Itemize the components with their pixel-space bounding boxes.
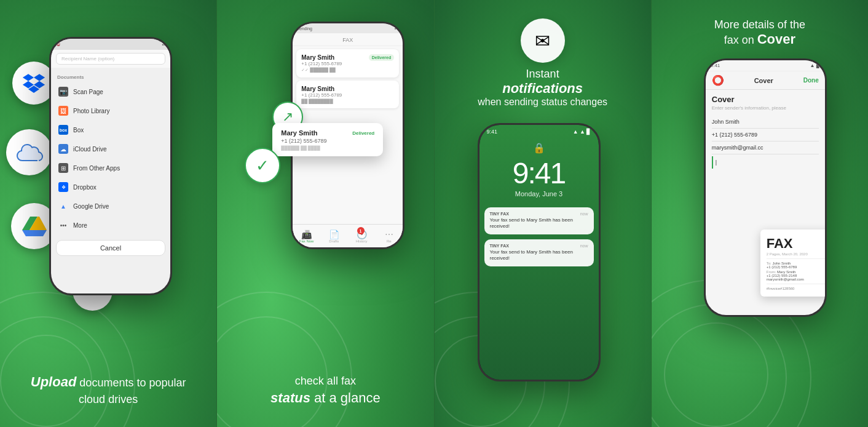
panel-1-caption: Upload documents to popular cloud drives bbox=[0, 372, 216, 407]
notif-row-1: TINY FAX now Your fax send to Mary Smith… bbox=[484, 207, 594, 234]
phone-mockup-1: 🇺🇸 ▪▪▪ Recipient Name (option) Documents… bbox=[49, 37, 172, 295]
phone-screen-3: 9:41 ▲ ▲ ▊ 🔒 9:41 Monday, June 3 TINY FA… bbox=[479, 125, 599, 380]
cover-phone-field: +1 (212) 555-6789 bbox=[712, 129, 819, 142]
more-details-label: More details of the bbox=[664, 18, 856, 31]
fax-doc-subtitle: 2 Pages, March 20, 2020 bbox=[767, 252, 825, 256]
panel-3: ✉ Instant notifications when sending sta… bbox=[435, 0, 651, 427]
photo-library-label: Photo Library bbox=[73, 108, 109, 114]
phone-mockup-4: 9:41 ▲ ▊ ⭕ Cover Done Cover Enter sender… bbox=[704, 58, 827, 317]
tab-more[interactable]: ⋯ Re bbox=[376, 225, 403, 247]
notif-phone: +1 (212) 555-6789 bbox=[281, 138, 374, 144]
menu-item-more[interactable]: ••• More bbox=[51, 216, 170, 235]
icloud-label: iCloud Drive bbox=[73, 146, 106, 153]
cover-john-smith: John Smith bbox=[712, 116, 819, 129]
other-apps-label: From Other Apps bbox=[73, 165, 120, 172]
menu-item-icloud[interactable]: ☁ iCloud Drive bbox=[51, 140, 170, 159]
at-a-glance: at a glance bbox=[314, 390, 381, 405]
phone-mockup-3: 9:41 ▲ ▲ ▊ 🔒 9:41 Monday, June 3 TINY FA… bbox=[478, 123, 601, 381]
dropbox-label: Dropbox bbox=[73, 184, 97, 191]
recipient-input[interactable]: Recipient Name (option) bbox=[56, 53, 165, 65]
fax-notification-card: Mary Smith Delivered +1 (212) 555-6789 █… bbox=[272, 123, 383, 156]
instant-label: Instant bbox=[435, 68, 651, 81]
cover-form: Cover Enter sender's information, please… bbox=[706, 90, 825, 174]
documents-section-label: Documents bbox=[51, 68, 170, 82]
fax-item-2-phone: +1 (212) 555-6789 bbox=[301, 92, 394, 98]
cover-title-label: Cover bbox=[712, 95, 819, 104]
panel-2: Sending ▪▪▪ FAX Mary Smith +1 (212) 555-… bbox=[217, 0, 433, 427]
tab-drafts[interactable]: 📄 Drafts bbox=[320, 225, 348, 247]
notif-name: Mary Smith bbox=[281, 129, 317, 137]
fax-document-card: FAX 2 Pages, March 20, 2020 To: John Smi… bbox=[760, 229, 825, 297]
phone-time-4: 9:41 bbox=[711, 63, 720, 68]
phone-screen-4: 9:41 ▲ ▊ ⭕ Cover Done Cover Enter sender… bbox=[706, 60, 825, 315]
fax-item-1-phone: +1 (212) 555-6789 bbox=[301, 61, 342, 66]
status-bold: status bbox=[270, 390, 310, 405]
cancel-button[interactable]: Cancel bbox=[56, 240, 165, 256]
upload-normal: documents to popular bbox=[79, 377, 186, 389]
lock-time-small: 9:41 bbox=[487, 129, 498, 135]
notif-time-2: now bbox=[580, 244, 588, 248]
notif-status: Delivered bbox=[352, 130, 374, 136]
notif-time-1: now bbox=[580, 212, 588, 216]
check-all-label: check all fax bbox=[295, 375, 356, 387]
notif-app-1: TINY FAX bbox=[490, 212, 509, 216]
notifications-bold: notifications bbox=[435, 81, 651, 97]
notif-text-1: Your fax send to Mary Smith has been rec… bbox=[490, 217, 588, 230]
menu-item-other[interactable]: ⊞ From Other Apps bbox=[51, 159, 170, 178]
icloud-floating-icon bbox=[6, 129, 52, 175]
done-button[interactable]: Done bbox=[803, 77, 819, 84]
notif-row-2: TINY FAX now Your fax send to Mary Smith… bbox=[484, 239, 594, 266]
gdrive-label: Google Drive bbox=[73, 203, 109, 210]
lock-time-display: 9:41 bbox=[513, 156, 565, 190]
panel-2-caption: check all fax status at a glance bbox=[217, 373, 433, 407]
lock-date: Monday, June 3 bbox=[515, 190, 562, 198]
fax-item-1-status: Delivered bbox=[369, 54, 395, 61]
panel-4: More details of the fax on Cover 9:41 ▲ … bbox=[652, 0, 868, 427]
more-label: More bbox=[73, 222, 87, 229]
cover-subtitle: Enter sender's information, please bbox=[712, 105, 819, 111]
when-sending-label: when sending status changes bbox=[435, 97, 651, 108]
lock-status-icons: ▲ ▲ ▊ bbox=[573, 129, 591, 135]
panel-3-top-text: Instant notifications when sending statu… bbox=[435, 68, 651, 108]
cover-cursor-field[interactable]: | bbox=[712, 156, 819, 169]
upload-bold: Upload bbox=[31, 374, 77, 389]
cloud-drives-label: cloud drives bbox=[12, 392, 204, 407]
phone-status-4: ▲ ▊ bbox=[810, 63, 820, 68]
box-label: Box bbox=[73, 127, 84, 134]
menu-item-scan[interactable]: 📷 Scan Page bbox=[51, 82, 170, 102]
menu-item-photo[interactable]: 🖼 Photo Library bbox=[51, 102, 170, 121]
fax-item-1-name: Mary Smith bbox=[301, 54, 342, 61]
menu-item-box[interactable]: box Box bbox=[51, 121, 170, 140]
lock-icon: 🔒 bbox=[533, 142, 545, 154]
back-button[interactable]: ⭕ bbox=[712, 74, 724, 86]
check-delivered-icon: ✓ bbox=[245, 148, 280, 183]
fax-item-2-name: Mary Smith bbox=[301, 86, 394, 92]
menu-item-dropbox[interactable]: ❖ Dropbox bbox=[51, 178, 170, 197]
fax-on-label: fax on bbox=[724, 34, 754, 46]
menu-item-gdrive[interactable]: ▲ Google Drive bbox=[51, 197, 170, 216]
notif-app-2: TINY FAX bbox=[490, 244, 509, 248]
notif-text-2: Your fax send to Mary Smith has been rec… bbox=[490, 249, 588, 262]
tab-history[interactable]: 🕐 1 History bbox=[348, 225, 376, 247]
panel-1: box 🇺🇸 ▪▪▪ Recipient Name (option) Docum… bbox=[0, 0, 216, 427]
fax-doc-title: FAX bbox=[767, 236, 825, 252]
scan-page-label: Scan Page bbox=[73, 89, 103, 95]
tab-fax-now[interactable]: 📠 Fax Now bbox=[293, 225, 320, 247]
fax-to-phone: +1 (212) 555-6789 bbox=[767, 265, 825, 269]
cover-nav-title: Cover bbox=[754, 77, 773, 84]
phone-screen-1: 🇺🇸 ▪▪▪ Recipient Name (option) Documents… bbox=[51, 39, 170, 293]
fax-from-email: marysmith@gmail.com bbox=[767, 277, 825, 281]
envelope-icon: ✉ bbox=[521, 18, 565, 63]
panel-4-top-text: More details of the fax on Cover bbox=[652, 18, 868, 47]
cover-email-field: marysmith@gmail.cc bbox=[712, 142, 819, 154]
fax-invoice: #Invoice#128560 bbox=[767, 287, 825, 290]
cover-bold-text: Cover bbox=[757, 31, 795, 47]
